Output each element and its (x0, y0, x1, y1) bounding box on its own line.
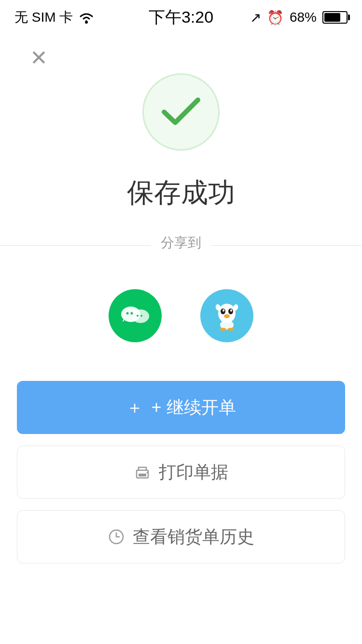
checkmark-icon (162, 98, 200, 126)
svg-point-4 (131, 312, 133, 315)
svg-point-20 (147, 472, 148, 474)
svg-point-0 (85, 21, 88, 24)
wechat-icon (118, 299, 152, 333)
alarm-icon: ⏰ (267, 10, 284, 26)
print-label: 打印单据 (159, 461, 228, 484)
history-icon (108, 528, 125, 546)
success-circle (142, 73, 220, 151)
svg-point-11 (230, 309, 232, 312)
location-icon: ↗ (250, 10, 261, 26)
action-buttons: ＋ + 继续开单 打印单据 查看销货单历史 (17, 381, 345, 563)
share-label-wrap: 分享到 (151, 234, 211, 252)
status-bar: 无 SIM 卡 下午3:20 ↗ ⏰ 68% (0, 0, 362, 35)
close-button[interactable]: ✕ (24, 43, 53, 72)
svg-point-6 (140, 315, 142, 317)
status-left: 无 SIM 卡 (14, 8, 95, 27)
svg-point-2 (132, 309, 149, 323)
continue-label: + 继续开单 (151, 396, 236, 420)
svg-point-12 (224, 314, 230, 318)
battery-percent: 68% (290, 10, 317, 25)
svg-point-15 (227, 328, 234, 331)
share-section: 分享到 (0, 245, 362, 246)
share-divider: 分享到 (0, 245, 362, 246)
history-label: 查看销货单历史 (133, 525, 254, 549)
print-button[interactable]: 打印单据 (17, 446, 345, 499)
share-wechat-button[interactable] (109, 289, 162, 342)
battery-icon (322, 11, 348, 24)
wifi-icon (78, 11, 95, 24)
svg-point-5 (137, 315, 139, 317)
share-label: 分享到 (161, 235, 201, 250)
carrier-text: 无 SIM 卡 (14, 8, 73, 27)
svg-point-14 (220, 328, 226, 331)
share-icons (109, 265, 253, 342)
print-icon (134, 463, 151, 481)
plus-icon: ＋ (126, 396, 143, 420)
share-qq-button[interactable] (200, 289, 253, 342)
svg-rect-19 (139, 474, 146, 476)
svg-point-3 (126, 312, 129, 315)
main-content: 保存成功 分享到 (0, 35, 362, 563)
status-right: ↗ ⏰ 68% (250, 10, 348, 26)
close-icon: ✕ (30, 47, 48, 69)
svg-point-10 (223, 309, 224, 312)
qq-icon (210, 299, 244, 333)
success-title: 保存成功 (127, 175, 235, 211)
continue-button[interactable]: ＋ + 继续开单 (17, 381, 345, 434)
history-button[interactable]: 查看销货单历史 (17, 510, 345, 563)
status-time: 下午3:20 (149, 6, 213, 28)
